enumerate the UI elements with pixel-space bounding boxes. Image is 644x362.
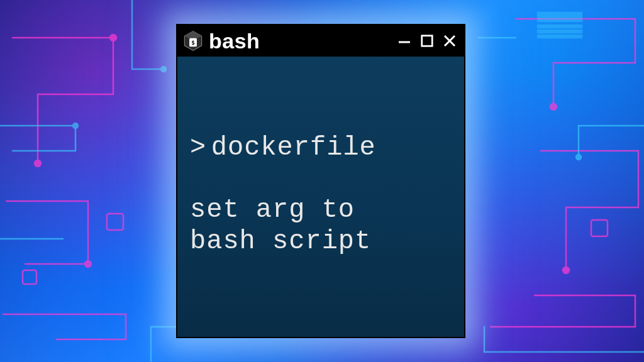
- titlebar[interactable]: $ bash: [177, 25, 464, 57]
- background-circuit-art: $ bash >docker: [0, 0, 644, 362]
- terminal-window: $ bash >docker: [176, 24, 465, 338]
- minimize-button[interactable]: [396, 33, 413, 49]
- svg-point-10: [576, 155, 581, 160]
- svg-rect-20: [422, 36, 433, 47]
- svg-text:$: $: [191, 39, 195, 46]
- svg-point-3: [550, 104, 557, 110]
- command-text-line-2: set arg to: [190, 195, 452, 226]
- svg-point-0: [110, 35, 116, 41]
- svg-rect-6: [23, 270, 36, 284]
- svg-rect-5: [107, 214, 123, 230]
- prompt-symbol: >: [190, 133, 206, 163]
- maximize-button[interactable]: [419, 33, 435, 49]
- svg-point-1: [35, 160, 41, 167]
- window-title: bash: [209, 29, 391, 53]
- command-line: >dockerfile: [190, 70, 452, 195]
- terminal-body[interactable]: >dockerfile set arg to bash script: [177, 57, 464, 337]
- svg-rect-7: [591, 220, 608, 236]
- svg-rect-11: [538, 13, 582, 21]
- bash-shell-icon: $: [182, 30, 204, 52]
- svg-rect-12: [538, 25, 582, 28]
- svg-point-9: [161, 67, 166, 72]
- command-text-line-3: bash script: [190, 226, 452, 258]
- close-button[interactable]: [441, 33, 458, 49]
- svg-rect-14: [538, 35, 582, 38]
- command-text-line-1: dockerfile: [211, 133, 376, 163]
- svg-point-4: [563, 267, 569, 273]
- svg-rect-13: [538, 30, 582, 33]
- svg-point-2: [85, 261, 91, 267]
- svg-point-8: [73, 123, 78, 128]
- window-controls: [396, 33, 458, 49]
